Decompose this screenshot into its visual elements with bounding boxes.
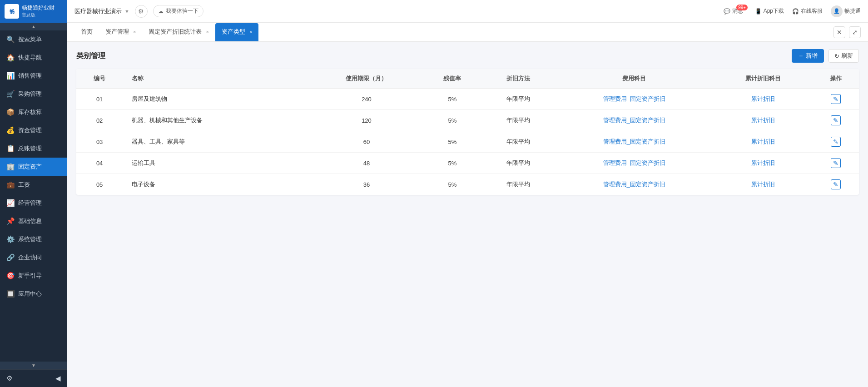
data-table: 编号 名称 使用期限（月） 残值率 折旧方法 费用科目 累计折旧科目 操作 01… xyxy=(76,69,859,195)
sidebar-item-system[interactable]: ⚙️ 系统管理 xyxy=(0,230,67,248)
module-selector[interactable]: 医疗器械行业演示 ▼ xyxy=(74,7,129,15)
tab-asset-type-close[interactable]: × xyxy=(249,29,252,35)
edit-button[interactable]: ✎ xyxy=(831,137,841,147)
sidebar-item-ledger[interactable]: 📋 总账管理 xyxy=(0,139,67,158)
module-settings-button[interactable]: ⚙ xyxy=(135,5,148,18)
cell-name: 机器、机械和其他生产设备 xyxy=(123,110,310,131)
edit-button[interactable]: ✎ xyxy=(831,115,841,125)
table-row: 05 电子设备 36 5% 年限平均 管理费用_固定资产折旧 累计折旧 ✎ xyxy=(76,174,859,195)
sidebar-item-funds[interactable]: 💰 资金管理 xyxy=(0,121,67,139)
cell-residual: 5% xyxy=(422,131,482,153)
module-name: 医疗器械行业演示 xyxy=(74,7,122,15)
phone-icon: 📱 xyxy=(755,8,762,15)
table-row: 03 器具、工具、家具等 60 5% 年限平均 管理费用_固定资产折旧 累计折旧… xyxy=(76,131,859,153)
sidebar-footer: ⚙ ◀ xyxy=(0,369,67,387)
headset-icon: 🎧 xyxy=(792,8,799,15)
table-header-row: 编号 名称 使用期限（月） 残值率 折旧方法 费用科目 累计折旧科目 操作 xyxy=(76,69,859,89)
topbar: 医疗器械行业演示 ▼ ⚙ ☁ 我要体验一下 💬 消息 99+ 📱 App下载 🎧… xyxy=(67,0,868,23)
sidebar: 畅 畅捷通好业财 普及版 ▲ 🔍 搜索菜单 🏠 快捷导航 📊 销售管理 🛒 采购… xyxy=(0,0,67,387)
app-download-button[interactable]: 📱 App下载 xyxy=(755,7,784,15)
basic-info-icon: 📌 xyxy=(6,217,15,225)
sidebar-item-app-center[interactable]: 🔲 应用中心 xyxy=(0,285,67,303)
sidebar-item-label: 新手引导 xyxy=(18,272,42,280)
app-download-label: App下载 xyxy=(764,7,784,15)
cell-period: 120 xyxy=(311,110,423,131)
cell-action: ✎ xyxy=(813,131,859,153)
cell-period: 60 xyxy=(311,131,423,153)
cell-accum-subject: 累计折旧 xyxy=(714,89,813,110)
sidebar-item-search[interactable]: 🔍 搜索菜单 xyxy=(0,30,67,49)
user-button[interactable]: 👤 畅捷通 xyxy=(831,5,861,17)
cell-code: 05 xyxy=(76,174,123,195)
sales-icon: 📊 xyxy=(6,72,15,80)
tab-home[interactable]: 首页 xyxy=(74,23,99,41)
maximize-window-button[interactable]: ⤢ xyxy=(849,26,861,38)
sidebar-item-label: 基础信息 xyxy=(18,217,42,225)
cell-accum-subject: 累计折旧 xyxy=(714,131,813,153)
sidebar-item-sales[interactable]: 📊 销售管理 xyxy=(0,67,67,85)
tab-depreciation-table[interactable]: 固定资产折旧统计表 × xyxy=(142,23,215,41)
experience-text: 我要体验一下 xyxy=(166,7,198,15)
search-icon: 🔍 xyxy=(6,35,15,44)
tab-asset-mgmt-close[interactable]: × xyxy=(133,29,136,35)
col-accum-subject: 累计折旧科目 xyxy=(714,69,813,89)
tab-asset-mgmt[interactable]: 资产管理 × xyxy=(99,23,142,41)
tab-depreciation-close[interactable]: × xyxy=(206,29,208,35)
cell-code: 01 xyxy=(76,89,123,110)
sidebar-item-enterprise[interactable]: 🔗 企业协同 xyxy=(0,248,67,267)
sidebar-logo: 畅 畅捷通好业财 普及版 xyxy=(0,0,67,23)
sidebar-item-label: 销售管理 xyxy=(18,72,42,80)
messages-button[interactable]: 💬 消息 99+ xyxy=(724,7,743,15)
sidebar-item-operation[interactable]: 📈 经营管理 xyxy=(0,194,67,212)
edit-button[interactable]: ✎ xyxy=(831,179,841,189)
sidebar-item-fixed-assets[interactable]: 🏢 固定资产 xyxy=(0,158,67,176)
home-icon: 🏠 xyxy=(6,54,15,62)
sidebar-nav: 🔍 搜索菜单 🏠 快捷导航 📊 销售管理 🛒 采购管理 📦 库存核算 💰 资金管… xyxy=(0,30,67,362)
online-service-button[interactable]: 🎧 在线客服 xyxy=(792,7,823,15)
cell-code: 03 xyxy=(76,131,123,153)
cell-code: 04 xyxy=(76,153,123,174)
operation-icon: 📈 xyxy=(6,199,15,207)
sidebar-item-label: 总账管理 xyxy=(18,144,42,153)
page-actions: ＋ 新增 ↻ 刷新 xyxy=(792,49,859,63)
sidebar-item-purchase[interactable]: 🛒 采购管理 xyxy=(0,85,67,103)
cell-cost-subject: 管理费用_固定资产折旧 xyxy=(555,131,713,153)
edit-button[interactable]: ✎ xyxy=(831,158,841,168)
sidebar-item-label: 应用中心 xyxy=(18,290,42,298)
settings-icon[interactable]: ⚙ xyxy=(6,374,12,382)
sidebar-scroll-up[interactable]: ▲ xyxy=(0,23,67,30)
sidebar-item-basic-info[interactable]: 📌 基础信息 xyxy=(0,212,67,230)
tab-asset-mgmt-label: 资产管理 xyxy=(105,28,129,36)
refresh-button[interactable]: ↻ 刷新 xyxy=(828,49,859,63)
logo-sub: 普及版 xyxy=(22,12,55,18)
cell-name: 运输工具 xyxy=(123,153,310,174)
sidebar-scroll-down[interactable]: ▼ xyxy=(0,362,67,369)
sidebar-item-label: 系统管理 xyxy=(18,235,42,243)
collapse-icon[interactable]: ◀ xyxy=(55,374,61,382)
tab-asset-type-label: 资产类型 xyxy=(222,28,245,36)
sidebar-item-payroll[interactable]: 💼 工资 xyxy=(0,176,67,194)
col-action: 操作 xyxy=(813,69,859,89)
cell-method: 年限平均 xyxy=(482,174,555,195)
table-row: 02 机器、机械和其他生产设备 120 5% 年限平均 管理费用_固定资产折旧 … xyxy=(76,110,859,131)
col-residual: 残值率 xyxy=(422,69,482,89)
col-cost-subject: 费用科目 xyxy=(555,69,713,89)
experience-button[interactable]: ☁ 我要体验一下 xyxy=(153,5,203,17)
cell-action: ✎ xyxy=(813,89,859,110)
logo-text: 畅捷通好业财 xyxy=(22,5,55,12)
edit-button[interactable]: ✎ xyxy=(831,94,841,104)
table-row: 01 房屋及建筑物 240 5% 年限平均 管理费用_固定资产折旧 累计折旧 ✎ xyxy=(76,89,859,110)
tabbar: 首页 资产管理 × 固定资产折旧统计表 × 资产类型 × ✕ ⤢ xyxy=(67,23,868,42)
new-button[interactable]: ＋ 新增 xyxy=(792,49,824,63)
tab-home-label: 首页 xyxy=(81,28,93,36)
sidebar-item-guide[interactable]: 🎯 新手引导 xyxy=(0,267,67,285)
sidebar-item-inventory[interactable]: 📦 库存核算 xyxy=(0,103,67,121)
logo-icon: 畅 xyxy=(5,4,19,19)
content-area: 类别管理 ＋ 新增 ↻ 刷新 编号 名称 使用期限（月） xyxy=(67,42,868,387)
cell-accum-subject: 累计折旧 xyxy=(714,174,813,195)
sidebar-item-quick-nav[interactable]: 🏠 快捷导航 xyxy=(0,49,67,67)
cell-method: 年限平均 xyxy=(482,110,555,131)
tab-asset-type[interactable]: 资产类型 × xyxy=(215,23,258,41)
cell-cost-subject: 管理费用_固定资产折旧 xyxy=(555,174,713,195)
close-window-button[interactable]: ✕ xyxy=(833,26,845,38)
